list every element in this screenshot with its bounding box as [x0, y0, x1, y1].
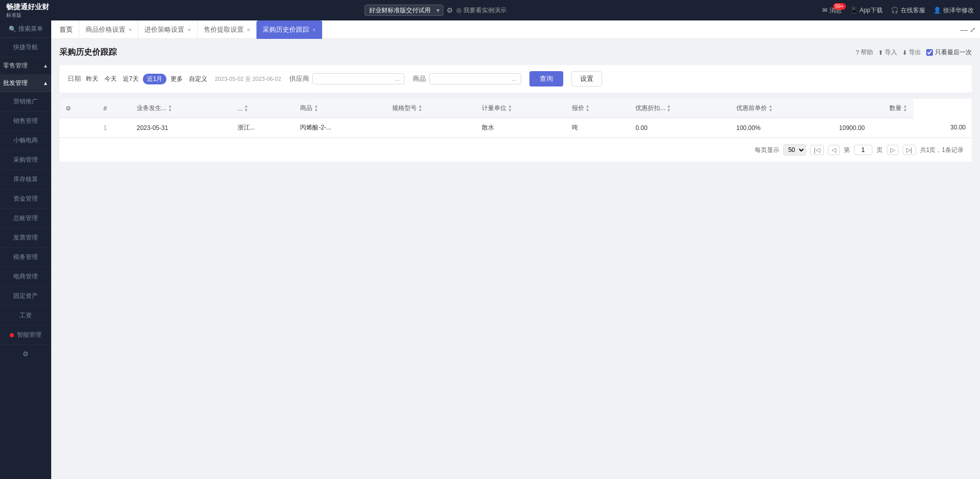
sidebar-item-funds[interactable]: 资金管理	[0, 189, 51, 209]
date-btn-custom[interactable]: 自定义	[187, 74, 209, 84]
col-goods[interactable]: 商品 ▲▼	[294, 99, 386, 118]
top-bar: 畅捷通好业财 标准版 好业财标准版交付试用 ▼ ⚙ ◎ 我要看实例演示 ✉ 消息…	[0, 0, 980, 20]
page-input[interactable]	[854, 145, 872, 155]
goods-more-icon[interactable]: ...	[512, 75, 517, 82]
prev-page-button[interactable]: ◁	[828, 145, 840, 155]
tab-close-icon[interactable]: ×	[312, 27, 315, 33]
sort-icon: ▲▼	[769, 104, 773, 113]
col-original-price[interactable]: 优惠前单价 ▲▼	[730, 99, 833, 118]
date-btn-7days[interactable]: 近7天	[121, 74, 141, 84]
version-wrapper[interactable]: 好业财标准版交付试用 ▼	[365, 5, 443, 16]
row-date: 2023-05-31	[131, 118, 231, 138]
row-goods: 丙烯酸-2-...	[294, 118, 386, 138]
supplier-input[interactable]	[317, 75, 395, 82]
date-filter-item: 日期 昨天 今天 近7天 近1月 更多 自定义 2023-05-02 至 202…	[68, 74, 281, 84]
last-page-button[interactable]: ▷|	[903, 145, 916, 155]
app-title: 畅捷通好业财	[6, 2, 49, 11]
col-unit[interactable]: 计量单位 ▲▼	[476, 99, 565, 118]
dot-icon	[10, 333, 14, 337]
col-date[interactable]: 业务发生... ▲▼	[131, 99, 231, 118]
date-filter-buttons: 昨天 今天 近7天 近1月 更多 自定义	[84, 74, 209, 84]
chevron-up-icon: ▲	[43, 80, 48, 86]
col-gear[interactable]: ⚙	[59, 99, 97, 118]
sidebar-item-quick-nav[interactable]: 快捷导航	[0, 38, 51, 57]
sidebar-item-payroll[interactable]: 工资	[0, 306, 51, 325]
per-page-select[interactable]: 50	[783, 144, 806, 156]
export-link[interactable]: ⬇ 导出	[902, 48, 921, 57]
query-button[interactable]: 查询	[529, 71, 563, 86]
date-btn-1month[interactable]: 近1月	[143, 74, 167, 84]
sidebar-item-purchase[interactable]: 采购管理	[0, 150, 51, 170]
goods-input[interactable]	[434, 75, 512, 82]
sidebar-search[interactable]: 🔍 搜索菜单	[0, 20, 51, 38]
sidebar-item-inventory[interactable]: 库存核算	[0, 170, 51, 189]
col-quantity[interactable]: 数量 ▲▼	[833, 99, 913, 118]
next-page-button[interactable]: ▷	[887, 145, 899, 155]
tab-close-icon[interactable]: ×	[247, 27, 250, 33]
goods-input-wrapper[interactable]: ...	[429, 73, 521, 84]
first-page-button[interactable]: |◁	[810, 145, 823, 155]
sidebar-item-ecommerce[interactable]: 电商管理	[0, 267, 51, 287]
app-download-button[interactable]: 📱 App下载	[850, 6, 883, 15]
date-filter-label: 日期	[68, 74, 81, 83]
sort-icon: ▲▼	[903, 104, 907, 113]
tab-goods-price[interactable]: 商品价格设置 ×	[79, 20, 138, 39]
sidebar-item-wholesale[interactable]: 批发管理 ▲	[0, 75, 51, 92]
date-btn-today[interactable]: 今天	[102, 74, 119, 84]
filter-bar: 日期 昨天 今天 近7天 近1月 更多 自定义 2023-05-02 至 202…	[59, 65, 972, 93]
only-last-checkbox[interactable]	[926, 49, 933, 56]
tab-close-icon[interactable]: ×	[129, 27, 132, 33]
supplier-input-wrapper[interactable]: ...	[312, 73, 404, 84]
tab-purchase-history[interactable]: 采购历史价跟踪 ×	[257, 20, 322, 39]
topbar-settings-icon[interactable]: ⚙	[446, 6, 453, 14]
help-link[interactable]: ? 帮助	[856, 48, 873, 57]
search-menu-button[interactable]: 🔍 搜索菜单	[3, 25, 48, 33]
user-icon: 👤	[933, 7, 941, 14]
sort-icon: ▲▼	[508, 104, 512, 113]
sidebar-item-fixed-assets[interactable]: 固定资产	[0, 287, 51, 306]
sidebar-item-sales[interactable]: 销售管理	[0, 112, 51, 131]
sort-icon: ▲▼	[314, 104, 318, 113]
tab-home[interactable]: 首页	[53, 20, 79, 39]
user-profile-button[interactable]: 👤 徐泽华修改	[933, 6, 974, 15]
goods-filter-label: 商品	[413, 74, 426, 83]
tab-minimize-icon[interactable]: —	[961, 26, 968, 34]
help-icon: ?	[856, 49, 859, 56]
sidebar-item-ai[interactable]: 智能管理	[0, 325, 51, 345]
sidebar-item-tax[interactable]: 税务管理	[0, 248, 51, 267]
date-btn-yesterday[interactable]: 昨天	[84, 74, 100, 84]
sidebar-item-ledger[interactable]: 总账管理	[0, 209, 51, 228]
online-service-button[interactable]: 🎧 在线客服	[891, 6, 925, 15]
col-discount[interactable]: 优惠折扣... ▲▼	[629, 99, 730, 118]
col-spec[interactable]: 规格型号 ▲▼	[386, 99, 476, 118]
pagination-bar: 每页显示 50 |◁ ◁ 第 页 ▷ ▷| 共1页，1条记录	[59, 138, 972, 162]
demo-button[interactable]: ◎ 我要看实例演示	[456, 6, 506, 15]
tab-maximize-icon[interactable]: ⤢	[970, 26, 976, 34]
demo-icon: ◎	[456, 7, 461, 14]
col-more[interactable]: ... ▲▼	[231, 99, 294, 118]
sidebar-item-marketing[interactable]: 营销推广	[0, 92, 51, 112]
sidebar-item-retail[interactable]: 零售管理 ▲	[0, 57, 51, 75]
sort-icon: ▲▼	[168, 104, 172, 113]
tab-cost-strategy[interactable]: 进价策略设置 ×	[138, 20, 197, 39]
app-subtitle: 标准版	[6, 12, 49, 18]
top-bar-right: ✉ 消息 99+ 📱 App下载 🎧 在线客服 👤 徐泽华修改	[822, 6, 974, 15]
filter-settings-button[interactable]: 设置	[571, 71, 602, 86]
top-bar-left: 畅捷通好业财 标准版	[6, 2, 49, 18]
only-last-checkbox-label[interactable]: 只看最后一次	[926, 48, 972, 57]
sidebar-settings-icon[interactable]: ⚙	[0, 345, 51, 363]
date-btn-more[interactable]: 更多	[168, 74, 185, 84]
sort-icon: ▲▼	[418, 104, 422, 113]
message-button[interactable]: ✉ 消息 99+	[822, 6, 842, 15]
tab-price-extract[interactable]: 售价提取设置 ×	[198, 20, 257, 39]
sidebar-item-ecommerce-small[interactable]: 小畅电商	[0, 131, 51, 150]
tab-close-icon[interactable]: ×	[187, 27, 190, 33]
import-link[interactable]: ⬆ 导入	[878, 48, 897, 57]
supplier-more-icon[interactable]: ...	[395, 75, 400, 82]
col-price[interactable]: 报价 ▲▼	[566, 99, 630, 118]
sidebar-item-invoice[interactable]: 发票管理	[0, 228, 51, 248]
export-icon: ⬇	[902, 49, 907, 56]
version-selector[interactable]: 好业财标准版交付试用	[365, 5, 443, 16]
per-page-label: 每页显示	[755, 146, 779, 155]
tab-actions: — ⤢	[961, 26, 978, 34]
